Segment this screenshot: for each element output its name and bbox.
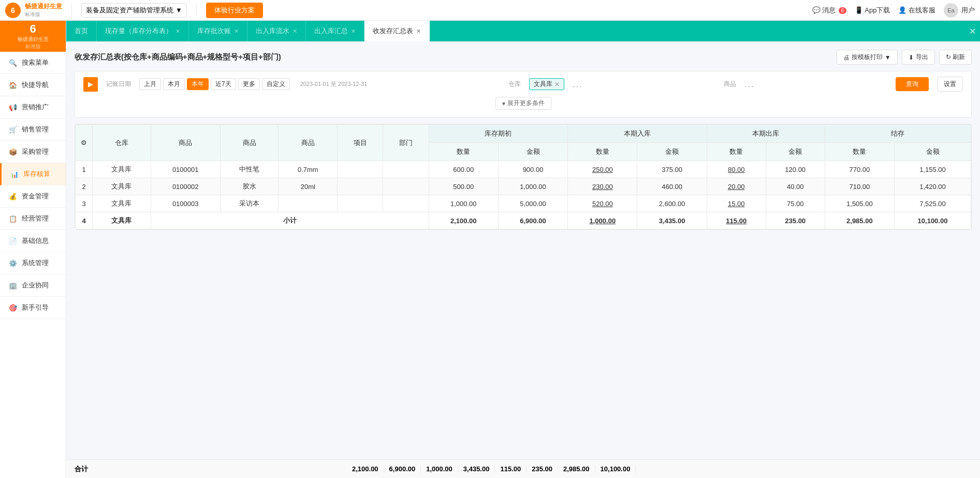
message-btn[interactable]: 💬 消息 6 [812, 6, 847, 15]
warehouse-filter-more[interactable]: ... [573, 80, 582, 89]
sidebar-icon-sales: 🛒 [8, 125, 18, 134]
user-menu[interactable]: Ea 用户 [944, 3, 975, 18]
refresh-btn[interactable]: ↻ 刷新 [939, 50, 972, 65]
tab-close-recv[interactable]: ✕ [416, 28, 421, 35]
sidebar-label-quick: 快捷导航 [22, 80, 49, 90]
sidebar-label-basic: 基础信息 [22, 236, 49, 245]
expand-conditions-btn[interactable]: ▾ 展开更多条件 [495, 97, 551, 110]
date-btn-this-month[interactable]: 本月 [163, 78, 185, 90]
total-out-qty: 115.00 [495, 465, 526, 473]
sidebar-item-marketing[interactable]: 📢营销推广 [0, 96, 66, 119]
tab-home[interactable]: 首页 [66, 21, 97, 41]
subtotal-row: 4 文具库 小计 2,100.00 6,900.00 1,000.00 3,43… [76, 212, 971, 229]
cell-name: 胶水 [220, 178, 279, 195]
cell-out-qty[interactable]: 80.00 [707, 161, 766, 178]
sidebar-item-basic[interactable]: 📄基础信息 [0, 230, 66, 252]
settings-btn[interactable]: 设置 [937, 77, 963, 92]
goods-filter-more[interactable]: ... [744, 80, 754, 89]
trial-button[interactable]: 体验行业方案 [206, 3, 263, 18]
tab-close-all-btn[interactable]: ✕ [969, 26, 976, 36]
tab-flow[interactable]: 出入库流水 ✕ [247, 21, 306, 41]
sidebar-logo-num: 6 [30, 22, 36, 36]
sidebar-label-finance: 资金管理 [22, 192, 49, 201]
st-open-amt: 6,900.00 [498, 212, 567, 229]
cell-open-amt: 1,000.00 [498, 178, 567, 195]
th-group-open: 库存期初 [429, 125, 568, 143]
sidebar-item-enterprise[interactable]: 🏢企业协同 [0, 274, 66, 297]
tab-close-inventory-dist[interactable]: ✕ [175, 28, 180, 35]
sidebar-item-operation[interactable]: 📋经营管理 [0, 208, 66, 230]
sidebar-label-enterprise: 企业协同 [22, 281, 49, 290]
total-bal-amt: 10,100.00 [595, 465, 636, 473]
filter-toggle[interactable]: ▶ [83, 77, 98, 92]
total-values: 2,100.00 6,900.00 1,000.00 3,435.00 115.… [98, 465, 636, 473]
warehouse-tag-remove[interactable]: ✕ [554, 81, 560, 88]
cell-open-qty: 600.00 [429, 161, 498, 178]
cell-in-qty[interactable]: 230.00 [568, 178, 637, 195]
th-name: 商品 [220, 125, 279, 161]
query-btn[interactable]: 查询 [896, 77, 929, 91]
cell-dept [383, 178, 429, 195]
sidebar-item-purchase[interactable]: 📦采购管理 [0, 141, 66, 163]
date-btn-custom[interactable]: 自定义 [262, 78, 290, 90]
tab-recv-send[interactable]: 收发存汇总表 ✕ [364, 21, 430, 41]
bottom-total-bar: 合计 2,100.00 6,900.00 1,000.00 3,435.00 1… [66, 459, 980, 478]
tab-close-summary[interactable]: ✕ [351, 28, 356, 35]
sidebar-item-newbie[interactable]: 🎯新手引导 [0, 297, 66, 319]
st-in-qty[interactable]: 1,000.00 [568, 212, 637, 229]
tab-close-flow[interactable]: ✕ [292, 28, 297, 35]
total-bal-qty: 2,985.00 [558, 465, 595, 473]
th-project: 项目 [338, 125, 383, 161]
sidebar-label-purchase: 采购管理 [22, 147, 49, 156]
th-bal-qty: 数量 [825, 143, 894, 161]
sidebar-item-inventory[interactable]: 📊库存核算 [0, 163, 66, 185]
date-btn-more[interactable]: 更多 [238, 78, 260, 90]
tab-summary[interactable]: 出入库汇总 ✕ [306, 21, 364, 41]
online-service-btn[interactable]: 👤 在线客服 [898, 6, 935, 15]
page-header: 收发存汇总表(按仓库+商品编码+商品+规格型号+项目+部门) 🖨 按模板打印 ▼… [75, 50, 972, 65]
tab-batch[interactable]: 库存批次账 ✕ [189, 21, 247, 41]
cell-out-qty[interactable]: 20.00 [707, 178, 766, 195]
tab-bar: 首页 现存量（库存分布表） ✕ 库存批次账 ✕ 出入库流水 ✕ 出入库汇总 ✕ [66, 21, 980, 41]
cell-bal-qty: 1,505.00 [825, 195, 894, 212]
date-range-display: 2023-01-01 至 2023-12-31 [300, 80, 368, 88]
sidebar-label-newbie: 新手引导 [22, 303, 49, 312]
system-selector[interactable]: 装备及固定资产辅助管理系统 ▼ [81, 3, 187, 18]
print-btn[interactable]: 🖨 按模板打印 ▼ [837, 50, 898, 65]
cell-bal-qty: 710.00 [825, 178, 894, 195]
date-btn-last-month[interactable]: 上月 [139, 78, 161, 90]
cell-out-qty[interactable]: 15.00 [707, 195, 766, 212]
date-filter-label: 记账日期 [106, 80, 131, 89]
date-filter-buttons: 上月 本月 本年 近7天 更多 自定义 [139, 78, 290, 90]
sidebar-item-system[interactable]: ⚙️系统管理 [0, 252, 66, 274]
cell-in-qty[interactable]: 250.00 [568, 161, 637, 178]
app-download-btn[interactable]: 📱 App下载 [855, 6, 890, 15]
warehouse-filter-tag[interactable]: 文具库 ✕ [529, 78, 564, 90]
cell-spec: 20ml [279, 178, 338, 195]
cell-in-qty[interactable]: 520.00 [568, 195, 637, 212]
cell-code: 0100001 [151, 161, 220, 178]
tab-close-batch[interactable]: ✕ [234, 28, 239, 35]
st-in-amt: 3,435.00 [637, 212, 707, 229]
th-out-qty: 数量 [707, 143, 766, 161]
sidebar-item-search[interactable]: 🔍搜索菜单 [0, 52, 66, 74]
cell-warehouse: 文具库 [93, 195, 151, 212]
st-label: 小计 [151, 212, 429, 229]
date-btn-7days[interactable]: 近7天 [211, 78, 236, 90]
total-label: 合计 [75, 465, 88, 474]
sidebar-item-sales[interactable]: 🛒销售管理 [0, 119, 66, 141]
date-btn-this-year[interactable]: 本年 [187, 78, 209, 90]
header-actions: 🖨 按模板打印 ▼ ⬇ 导出 ↻ 刷新 [837, 50, 972, 65]
cell-dept [383, 161, 429, 178]
sidebar-icon-newbie: 🎯 [8, 303, 18, 312]
cell-out-amt: 120.00 [766, 161, 825, 178]
total-open-qty: 2,100.00 [98, 465, 384, 473]
sidebar-item-finance[interactable]: 💰资金管理 [0, 185, 66, 208]
tab-inventory-dist[interactable]: 现存量（库存分布表） ✕ [97, 21, 189, 41]
export-btn[interactable]: ⬇ 导出 [902, 50, 935, 65]
total-in-amt: 3,435.00 [458, 465, 495, 473]
sidebar-item-quick[interactable]: 🏠快捷导航 [0, 74, 66, 96]
st-out-qty[interactable]: 115.00 [707, 212, 766, 229]
th-settings[interactable]: ⚙ [76, 125, 93, 161]
sidebar-label-search: 搜索菜单 [22, 58, 49, 67]
